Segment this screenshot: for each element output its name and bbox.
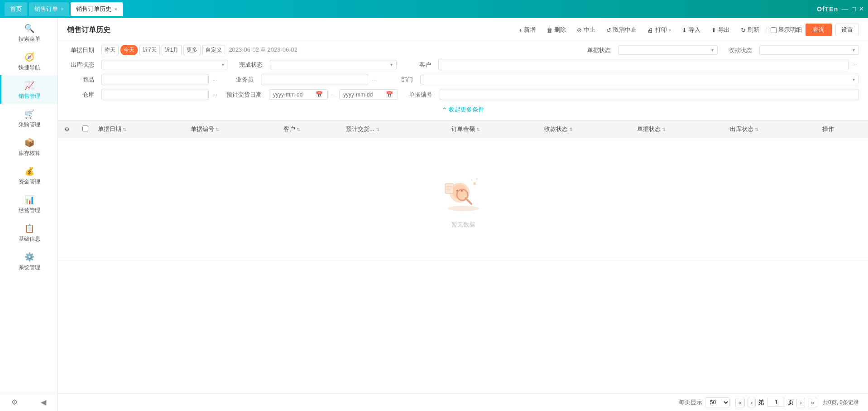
delivery-date-to-input[interactable] <box>343 92 384 98</box>
date-range-btns: 昨天 今天 近7天 近1月 更多 自定义 <box>101 45 225 55</box>
last-page-button[interactable]: » <box>808 398 817 407</box>
filter-label-product: 商品 <box>67 76 94 84</box>
th-settings[interactable]: ⚙ <box>58 121 76 138</box>
export-button[interactable]: ⬆ 导出 <box>708 24 734 36</box>
th-payment-status[interactable]: 收款状态 ⇅ <box>541 121 633 138</box>
dept-chevron-icon: ▾ <box>853 77 855 82</box>
delivery-date-to-calendar-icon[interactable]: 📅 <box>386 91 393 98</box>
tab-home[interactable]: 首页 <box>5 2 27 16</box>
finance-icon: 💰 <box>24 166 34 176</box>
date-btn-custom[interactable]: 自定义 <box>202 45 225 55</box>
product-input[interactable] <box>101 74 209 85</box>
delete-label: 删除 <box>554 26 566 34</box>
collapse-row[interactable]: ⌃ 收起更多条件 <box>67 104 859 116</box>
svg-point-7 <box>473 182 476 185</box>
settings-bottom-icon[interactable]: ⚙ <box>11 398 18 406</box>
th-delivery-date[interactable]: 预计交货... ⇅ <box>342 121 448 138</box>
th-order-amount[interactable]: 订单金额 ⇅ <box>448 121 541 138</box>
sidebar-item-system[interactable]: ⚙️ 系统管理 <box>0 247 58 275</box>
warehouse-input[interactable] <box>101 89 209 100</box>
sidebar-item-purchase[interactable]: 🛒 采购管理 <box>0 104 58 132</box>
tab-sales-order[interactable]: 销售订单 × <box>29 2 69 16</box>
first-page-button[interactable]: « <box>735 398 745 407</box>
minimize-btn[interactable]: — <box>842 5 848 13</box>
sidebar-item-operations[interactable]: 📊 经营管理 <box>0 189 58 218</box>
salesperson-dots-icon[interactable]: ··· <box>370 76 379 83</box>
filter-dept-select[interactable]: ▾ <box>420 75 859 84</box>
brand-text: OfTEn <box>817 5 838 13</box>
customer-input[interactable] <box>438 59 849 70</box>
sidebar-item-search[interactable]: 🔍 搜索菜单 <box>0 18 58 47</box>
date-btn-1month[interactable]: 近1月 <box>162 45 182 55</box>
tab-sales-order-close[interactable]: × <box>61 6 63 12</box>
page-size-select[interactable]: 10 20 50 100 <box>705 397 730 407</box>
sort-doc-date-icon: ⇅ <box>123 127 126 132</box>
filter-complete-status-select[interactable]: ▾ <box>270 60 397 69</box>
current-page-input[interactable] <box>767 398 785 407</box>
close-btn[interactable]: × <box>859 5 863 13</box>
delivery-date-from-wrap: 📅 <box>269 89 328 100</box>
th-doc-number[interactable]: 单据编号 ⇅ <box>187 121 280 138</box>
collapse-sidebar-icon[interactable]: ◀ <box>41 398 46 406</box>
table-settings-icon[interactable]: ⚙ <box>64 126 70 133</box>
customer-dots-icon[interactable]: ··· <box>850 61 859 68</box>
refresh-button[interactable]: ↻ 刷新 <box>737 24 763 36</box>
tab-sales-order-history[interactable]: 销售订单历史 × <box>71 2 122 16</box>
print-label: 打印 <box>655 26 667 34</box>
import-button[interactable]: ⬇ 导入 <box>678 24 704 36</box>
doc-number-input[interactable] <box>440 89 859 100</box>
display-detail-checkbox[interactable] <box>771 27 777 33</box>
delivery-date-from-calendar-icon[interactable]: 📅 <box>316 91 323 98</box>
prev-page-button[interactable]: ‹ <box>748 398 756 407</box>
print-button[interactable]: 🖨 打印 ▾ <box>644 24 675 36</box>
date-btn-today[interactable]: 今天 <box>120 45 138 55</box>
tab-sales-order-history-close[interactable]: × <box>114 6 117 12</box>
sidebar-item-basic[interactable]: 📋 基础信息 <box>0 218 58 247</box>
filter-doc-status-select[interactable]: ▾ <box>618 45 718 55</box>
cancel-stop-button[interactable]: ↺ 取消中止 <box>603 24 640 36</box>
filter-warehouse-control: ··· <box>101 89 219 100</box>
page-suffix: 页 <box>788 398 794 406</box>
toolbar: + 新增 🗑 删除 ⊘ 中止 ↺ 取消中止 🖨 打印 <box>515 24 859 36</box>
payment-status-chevron-icon: ▾ <box>853 48 855 53</box>
filter-label-dept: 部门 <box>386 76 413 84</box>
warehouse-dots-icon[interactable]: ··· <box>211 91 219 98</box>
search-icon: 🔍 <box>24 24 34 34</box>
filter-outstock-status-select[interactable]: ▾ <box>101 60 228 69</box>
date-btn-yesterday[interactable]: 昨天 <box>101 45 119 55</box>
salesperson-input[interactable] <box>261 74 368 85</box>
maximize-btn[interactable]: □ <box>852 5 855 13</box>
add-button[interactable]: + 新增 <box>515 24 539 36</box>
setting-button[interactable]: 设置 <box>835 24 859 36</box>
stop-button[interactable]: ⊘ 中止 <box>573 24 599 36</box>
filter-payment-status-select[interactable]: ▾ <box>759 45 859 55</box>
display-detail-wrap[interactable]: 显示明细 <box>771 26 802 34</box>
th-customer[interactable]: 客户 ⇅ <box>280 121 342 138</box>
th-doc-date[interactable]: 单据日期 ⇅ <box>94 121 187 138</box>
th-actions: 操作 <box>819 121 868 138</box>
empty-state: 暂无数据 <box>62 143 864 256</box>
sidebar-item-quicknav[interactable]: 🧭 快捷导航 <box>0 47 58 75</box>
th-doc-status[interactable]: 单据状态 ⇅ <box>633 121 726 138</box>
svg-point-9 <box>470 179 472 181</box>
operations-icon: 📊 <box>24 195 34 205</box>
next-page-button[interactable]: › <box>796 398 805 407</box>
filter-row-4: 仓库 ··· 预计交货日期 📅 — 📅 单 <box>67 89 859 100</box>
query-button[interactable]: 查询 <box>806 24 832 36</box>
sidebar-item-sales[interactable]: 📈 销售管理 <box>0 75 58 104</box>
sidebar-item-finance[interactable]: 💰 资金管理 <box>0 161 58 189</box>
th-outstock-status[interactable]: 出库状态 ⇅ <box>726 121 819 138</box>
delivery-date-from-input[interactable] <box>273 92 314 98</box>
sort-outstock-status-icon: ⇅ <box>755 127 758 132</box>
purchase-icon: 🛒 <box>24 109 34 119</box>
date-btn-more[interactable]: 更多 <box>183 45 201 55</box>
sidebar-item-inventory[interactable]: 📦 库存核算 <box>0 132 58 161</box>
th-checkbox[interactable] <box>76 121 94 138</box>
sales-icon: 📈 <box>24 81 34 91</box>
basic-icon: 📋 <box>24 223 34 233</box>
delete-button[interactable]: 🗑 删除 <box>543 24 570 36</box>
sidebar-purchase-label: 采购管理 <box>19 121 40 129</box>
select-all-checkbox[interactable] <box>82 126 88 131</box>
date-btn-7days[interactable]: 近7天 <box>139 45 160 55</box>
product-dots-icon[interactable]: ··· <box>211 76 219 83</box>
